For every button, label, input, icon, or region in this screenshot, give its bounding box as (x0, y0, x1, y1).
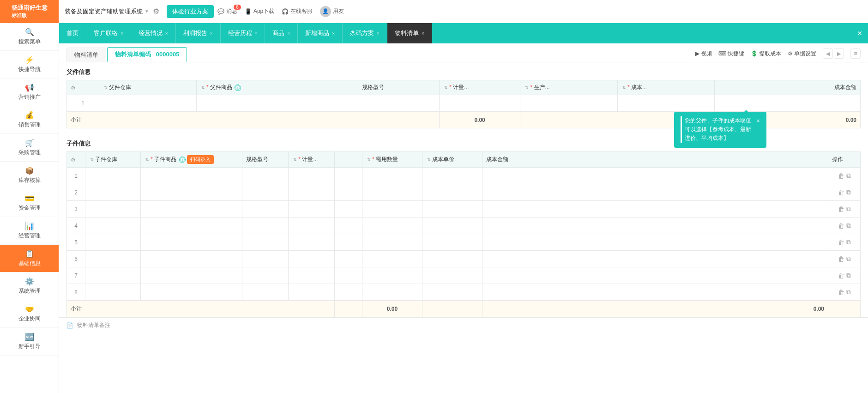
child-cell-needed-qty-4[interactable] (362, 218, 422, 234)
sidebar-item-marketing[interactable]: 📢营销推广 (0, 79, 59, 106)
tab-close-bom[interactable]: × (422, 31, 424, 36)
delete-icon-4[interactable]: 🗑 (838, 222, 844, 230)
child-cell-product-4[interactable] (141, 218, 242, 234)
parent-cell-product-1[interactable] (196, 95, 358, 112)
scan-btn[interactable]: 扫码录入 (187, 155, 214, 164)
sub-tab-edit[interactable]: 物料清单编码 0000005 (107, 47, 187, 62)
child-cell-warehouse-8[interactable] (85, 284, 141, 301)
child-cell-product-6[interactable] (141, 251, 242, 267)
child-cell-cost-unit-3[interactable] (422, 201, 482, 218)
message-button[interactable]: 💬 消息 6 (217, 7, 237, 15)
tab-close-add-product[interactable]: × (332, 31, 335, 36)
tab-close-customer[interactable]: × (121, 31, 123, 36)
child-cell-qty-unit-1[interactable] (289, 168, 335, 184)
list-view-button[interactable]: ≡ (850, 48, 861, 59)
nav-tab-bom[interactable]: 物料清单× (387, 23, 432, 43)
single-settings-button[interactable]: ⚙ 单据设置 (788, 50, 816, 58)
sidebar-item-operation[interactable]: 📊经营管理 (0, 217, 59, 245)
copy-icon-1[interactable]: ⧉ (846, 172, 851, 180)
child-cell-needed-qty-3[interactable] (362, 201, 422, 218)
extract-cost-button[interactable]: 💲 提取成本 (751, 50, 781, 58)
nav-tab-profit[interactable]: 利润报告× (176, 23, 221, 43)
topbar-gear-icon[interactable]: ⚙ (153, 7, 159, 16)
child-cell-warehouse-6[interactable] (85, 251, 141, 267)
nav-tab-history[interactable]: 经营历程× (221, 23, 265, 43)
child-cell-warehouse-5[interactable] (85, 234, 141, 251)
parent-cell-spec-1[interactable] (358, 95, 439, 112)
child-cell-needed-qty-5[interactable] (362, 234, 422, 251)
copy-icon-6[interactable]: ⧉ (846, 255, 851, 263)
child-cell-needed-qty-1[interactable] (362, 168, 422, 184)
child-cell-spec-8[interactable] (242, 284, 289, 301)
parent-cell-qty-1[interactable] (439, 95, 520, 112)
sidebar-item-basic[interactable]: 📋基础信息 (0, 245, 59, 272)
copy-icon-5[interactable]: ⧉ (846, 238, 851, 246)
nav-tab-add-product[interactable]: 新增商品× (298, 23, 343, 43)
delete-icon-6[interactable]: 🗑 (838, 255, 844, 263)
app-download-button[interactable]: 📱 App下载 (245, 7, 274, 15)
user-button[interactable]: 👤 用友 (320, 6, 344, 17)
child-cell-cost-unit-8[interactable] (422, 284, 482, 301)
child-cell-needed-qty-6[interactable] (362, 251, 422, 267)
child-cell-cost-unit-2[interactable] (422, 184, 482, 201)
child-cell-product-1[interactable] (141, 168, 242, 184)
child-cell-spec-1[interactable] (242, 168, 289, 184)
child-cell-warehouse-3[interactable] (85, 201, 141, 218)
next-arrow-button[interactable]: ▶ (834, 48, 844, 59)
copy-icon-7[interactable]: ⧉ (846, 272, 851, 279)
child-cell-product-3[interactable] (141, 201, 242, 218)
child-cell-cost-unit-1[interactable] (422, 168, 482, 184)
sidebar-item-inventory[interactable]: 📦库存核算 (0, 162, 59, 189)
sidebar-item-sales[interactable]: 💰销售管理 (0, 106, 59, 134)
sidebar-item-enterprise[interactable]: 🤝企业协同 (0, 300, 59, 328)
child-cell-needed-qty-2[interactable] (362, 184, 422, 201)
child-cell-qty-unit-4[interactable] (289, 218, 335, 234)
child-cell-qty-unit-7[interactable] (289, 267, 335, 284)
copy-icon-2[interactable]: ⧉ (846, 188, 851, 196)
child-cell-product-5[interactable] (141, 234, 242, 251)
tab-close-barcode[interactable]: × (377, 31, 380, 36)
child-cell-cost-unit-6[interactable] (422, 251, 482, 267)
tab-close-history[interactable]: × (255, 31, 258, 36)
child-cell-product-8[interactable] (141, 284, 242, 301)
child-cell-qty-unit-8[interactable] (289, 284, 335, 301)
video-button[interactable]: ▶ 视频 (695, 50, 712, 58)
system-selector[interactable]: 装备及固定资产辅助管理系统 ▼ (65, 7, 149, 16)
child-cell-spec-6[interactable] (242, 251, 289, 267)
child-cell-needed-qty-8[interactable] (362, 284, 422, 301)
nav-tab-operation-status[interactable]: 经营情况× (131, 23, 176, 43)
tooltip-close-button[interactable]: × (756, 116, 760, 126)
sidebar-item-purchase[interactable]: 🛒采购管理 (0, 134, 59, 162)
sidebar-item-finance[interactable]: 💳资金管理 (0, 189, 59, 217)
prev-arrow-button[interactable]: ◀ (823, 48, 833, 59)
child-cell-product-7[interactable] (141, 267, 242, 284)
child-cell-spec-7[interactable] (242, 267, 289, 284)
copy-icon-8[interactable]: ⧉ (846, 288, 851, 296)
child-cell-cost-unit-5[interactable] (422, 234, 482, 251)
parent-cell-production-1[interactable] (520, 95, 617, 112)
service-button[interactable]: 🎧 在线客服 (282, 7, 313, 15)
copy-icon-4[interactable]: ⧉ (846, 222, 851, 230)
nav-tab-barcode[interactable]: 条码方案× (343, 23, 387, 43)
nav-tab-customer[interactable]: 客户联络× (86, 23, 131, 43)
child-cell-spec-4[interactable] (242, 218, 289, 234)
tab-close-profit[interactable]: × (210, 31, 213, 36)
sidebar-item-quick-nav[interactable]: ⚡快捷导航 (0, 51, 59, 79)
copy-icon-3[interactable]: ⧉ (846, 205, 851, 213)
delete-icon-1[interactable]: 🗑 (838, 172, 844, 180)
tab-close-operation-status[interactable]: × (165, 31, 168, 36)
parent-cell-warehouse-1[interactable] (99, 95, 196, 112)
nav-tab-product[interactable]: 商品× (265, 23, 298, 43)
sidebar-item-system[interactable]: ⚙️系统管理 (0, 272, 59, 300)
child-cell-needed-qty-7[interactable] (362, 267, 422, 284)
tab-close-product[interactable]: × (287, 31, 290, 36)
child-cell-warehouse-7[interactable] (85, 267, 141, 284)
child-cell-warehouse-4[interactable] (85, 218, 141, 234)
child-cell-qty-unit-2[interactable] (289, 184, 335, 201)
delete-icon-5[interactable]: 🗑 (838, 239, 844, 246)
sidebar-item-guide[interactable]: 🆕新手引导 (0, 328, 59, 356)
nav-tab-home[interactable]: 首页 (59, 23, 86, 43)
delete-icon-3[interactable]: 🗑 (838, 206, 844, 213)
child-cell-spec-2[interactable] (242, 184, 289, 201)
child-cell-spec-3[interactable] (242, 201, 289, 218)
